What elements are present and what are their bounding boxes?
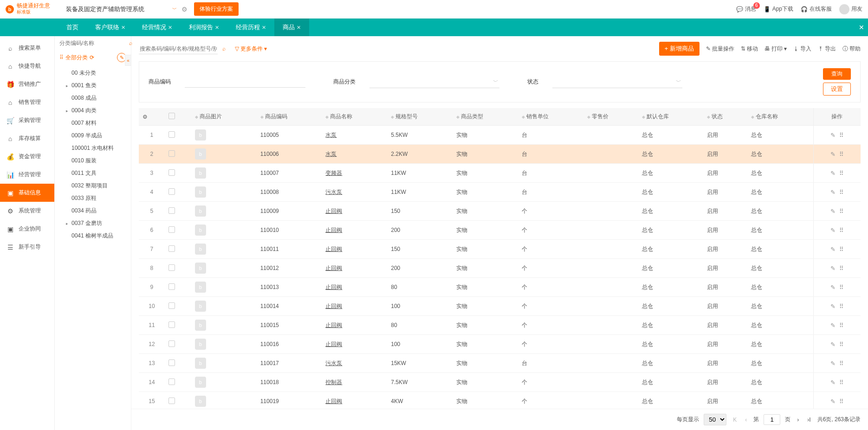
filter-code-input[interactable] <box>185 77 305 88</box>
edit-icon[interactable]: ✎ <box>830 265 836 272</box>
nav-快捷导航[interactable]: ⌂快捷导航 <box>0 57 54 75</box>
product-name-link[interactable]: 止回阀 <box>325 246 342 252</box>
table-row[interactable]: 3b110007变频器11KW实物台总仓启用总仓✎⠿ <box>139 164 861 183</box>
category-node[interactable]: 0007 材料 <box>62 117 131 129</box>
nav-营销推广[interactable]: 🎁营销推广 <box>0 75 54 93</box>
tab-商品[interactable]: 商品✕ <box>274 19 309 36</box>
category-node[interactable]: ▸0004 肉类 <box>62 104 131 117</box>
system-select[interactable]: 装备及固定资产辅助管理系统 ﹀ <box>66 5 177 13</box>
category-node[interactable]: ▸0001 鱼类 <box>62 79 131 92</box>
close-icon[interactable]: ✕ <box>297 25 301 31</box>
close-icon[interactable]: ✕ <box>215 25 219 31</box>
tab-经营情况[interactable]: 经营情况✕ <box>134 19 181 36</box>
row-checkbox[interactable] <box>168 150 175 157</box>
col-1[interactable] <box>165 108 191 126</box>
col-10[interactable]: ◆状态 <box>703 108 747 126</box>
edit-icon[interactable]: ✎ <box>830 303 836 310</box>
batch-button[interactable]: ✎批量操作 <box>706 45 734 53</box>
table-row[interactable]: 10b110014止回阀100实物个总仓启用总仓✎⠿ <box>139 297 861 316</box>
service-link[interactable]: 🎧 在线客服 <box>801 5 832 13</box>
category-node[interactable]: 0008 成品 <box>62 92 131 104</box>
product-name-link[interactable]: 水泵 <box>325 151 337 157</box>
more-icon[interactable]: ⠿ <box>839 360 844 367</box>
search-input[interactable] <box>139 44 218 54</box>
col-9[interactable]: ◆默认仓库 <box>638 108 704 126</box>
edit-icon[interactable]: ✎ <box>830 322 836 329</box>
edit-icon[interactable]: ✎ <box>830 170 836 177</box>
filter-status-select[interactable]: ﹀ <box>552 76 682 88</box>
product-name-link[interactable]: 止回阀 <box>325 303 342 309</box>
row-checkbox[interactable] <box>168 169 175 176</box>
import-button[interactable]: ⭳导入 <box>793 45 811 53</box>
edit-icon[interactable]: ✎ <box>830 360 836 367</box>
more-icon[interactable]: ⠿ <box>839 341 844 348</box>
edit-icon[interactable]: ✎ <box>830 208 836 215</box>
category-node[interactable]: 0033 原鞋 <box>62 192 131 205</box>
edit-icon[interactable]: ✎ <box>830 341 836 348</box>
table-row[interactable]: 9b110013止回阀80实物个总仓启用总仓✎⠿ <box>139 278 861 297</box>
edit-icon[interactable]: ✎ <box>830 151 836 158</box>
table-row[interactable]: 4b110008污水泵11KW实物台总仓启用总仓✎⠿ <box>139 183 861 202</box>
close-icon[interactable]: ✕ <box>262 25 266 31</box>
prev-page-button[interactable]: ‹ <box>743 417 749 423</box>
table-row[interactable]: 1b110005水泵5.5KW实物台总仓启用总仓✎⠿ <box>139 126 861 145</box>
col-5[interactable]: ◆规格型号 <box>387 108 453 126</box>
col-2[interactable]: ◆商品图片 <box>191 108 257 126</box>
search-icon[interactable]: ⌕ <box>222 45 226 52</box>
row-checkbox[interactable] <box>168 188 175 195</box>
settings-button[interactable]: 设置 <box>823 83 851 96</box>
table-row[interactable]: 5b110009止回阀150实物个总仓启用总仓✎⠿ <box>139 202 861 221</box>
category-node[interactable]: 0009 半成品 <box>62 129 131 142</box>
more-icon[interactable]: ⠿ <box>839 246 844 253</box>
product-name-link[interactable]: 变频器 <box>325 170 342 176</box>
more-icon[interactable]: ⠿ <box>839 265 844 272</box>
product-name-link[interactable]: 止回阀 <box>325 227 342 233</box>
more-icon[interactable]: ⠿ <box>839 322 844 329</box>
query-button[interactable]: 查询 <box>823 68 851 80</box>
more-icon[interactable]: ⠿ <box>839 398 844 405</box>
row-checkbox[interactable] <box>168 226 175 233</box>
nav-新手引导[interactable]: ☰新手引导 <box>0 238 54 256</box>
more-icon[interactable]: ⠿ <box>839 303 844 310</box>
more-icon[interactable]: ⠿ <box>839 170 844 177</box>
product-name-link[interactable]: 污水泵 <box>325 360 342 366</box>
category-search-input[interactable] <box>59 40 129 46</box>
nav-经营管理[interactable]: 📊经营管理 <box>0 166 54 184</box>
edit-icon[interactable]: ✎ <box>830 398 836 405</box>
row-checkbox[interactable] <box>168 321 175 328</box>
nav-采购管理[interactable]: 🛒采购管理 <box>0 111 54 129</box>
category-node[interactable]: 00 未分类 <box>62 67 131 79</box>
category-node[interactable]: 0041 榆树半成品 <box>62 230 131 242</box>
edit-icon[interactable]: ✎ <box>830 227 836 234</box>
col-12[interactable]: 操作 <box>813 108 861 126</box>
edit-icon[interactable]: ✎ <box>830 379 836 386</box>
help-button[interactable]: ⓘ帮助 <box>842 45 861 53</box>
row-checkbox[interactable] <box>168 264 175 271</box>
app-download-link[interactable]: 📱 App下载 <box>764 5 793 13</box>
col-0[interactable]: ⚙ <box>139 108 165 126</box>
nav-基础信息[interactable]: ▣基础信息 <box>0 184 54 202</box>
table-row[interactable]: 15b110019止回阀4KW实物个总仓启用总仓✎⠿ <box>139 392 861 409</box>
add-product-button[interactable]: + 新增商品 <box>659 42 700 56</box>
row-checkbox[interactable] <box>168 379 175 385</box>
table-row[interactable]: 8b110012止回阀200实物个总仓启用总仓✎⠿ <box>139 259 861 278</box>
more-icon[interactable]: ⠿ <box>839 151 844 158</box>
export-button[interactable]: ⭱导出 <box>818 45 836 53</box>
nav-搜索菜单[interactable]: ⌕搜索菜单 <box>0 39 54 57</box>
page-size-select[interactable]: 50 <box>704 414 726 425</box>
nav-销售管理[interactable]: ⌂销售管理 <box>0 93 54 111</box>
table-row[interactable]: 6b110010止回阀200实物个总仓启用总仓✎⠿ <box>139 221 861 240</box>
edit-icon[interactable]: ✎ <box>830 246 836 253</box>
product-name-link[interactable]: 止回阀 <box>325 398 342 404</box>
col-4[interactable]: ◆商品名称 <box>322 108 387 126</box>
product-name-link[interactable]: 控制器 <box>325 379 342 385</box>
more-conditions-link[interactable]: ▽ 更多条件 ▾ <box>235 45 267 53</box>
gear-icon[interactable]: ⚙ <box>181 6 188 13</box>
row-checkbox[interactable] <box>168 207 175 214</box>
row-checkbox[interactable] <box>168 302 175 309</box>
search-icon[interactable]: ⌕ <box>129 40 132 46</box>
category-node[interactable]: 0034 药品 <box>62 205 131 217</box>
product-name-link[interactable]: 污水泵 <box>325 189 342 195</box>
nav-库存核算[interactable]: ⌂库存核算 <box>0 129 54 148</box>
more-icon[interactable]: ⠿ <box>839 208 844 215</box>
